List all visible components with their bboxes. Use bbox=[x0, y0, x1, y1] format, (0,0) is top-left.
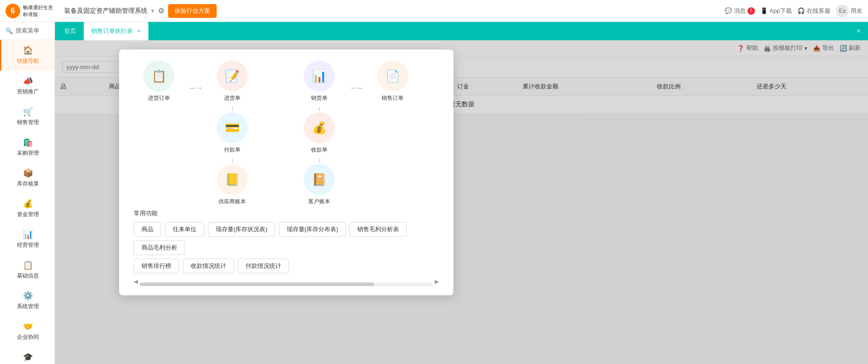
arrow-down-3: ↓ bbox=[207, 156, 257, 164]
marketing-icon: 📣 bbox=[23, 76, 33, 86]
headset-icon: 🎧 bbox=[797, 7, 805, 14]
func-btn-8[interactable]: 付款情况统计 bbox=[238, 259, 289, 273]
arrow-right-1: ····→ bbox=[184, 83, 207, 102]
arrow-left-1: ←···· bbox=[344, 83, 367, 102]
tab-close-icon[interactable]: × bbox=[137, 28, 141, 34]
func-btn-4[interactable]: 销售毛利分析表 bbox=[349, 222, 407, 237]
flow-node-payment-bill[interactable]: 💳 付款单 bbox=[207, 112, 257, 154]
sidebar-item-quick-nav[interactable]: 🏠 快捷导航 bbox=[0, 40, 55, 71]
app-download-button[interactable]: 📱 App下载 bbox=[760, 7, 792, 15]
enterprise-icon: 🤝 bbox=[23, 321, 33, 331]
avatar: Ea bbox=[836, 5, 849, 17]
settings-icon[interactable]: ⚙ bbox=[158, 6, 164, 15]
tab-home[interactable]: 首页 bbox=[57, 22, 84, 40]
flow-node-sales-bill[interactable]: 📊 销货单 bbox=[294, 60, 344, 102]
finance-icon: 💰 bbox=[23, 199, 33, 209]
search-icon: 🔍 bbox=[5, 27, 13, 34]
customer-ledger-icon: 📔 bbox=[304, 164, 335, 195]
tab-bar: 首页 销售订单执行表 × × bbox=[55, 22, 868, 40]
tab-sales-exec[interactable]: 销售订单执行表 × bbox=[84, 22, 148, 40]
scroll-right-arrow[interactable]: ▶ bbox=[435, 278, 439, 285]
sidebar-item-sales[interactable]: 🛒 销售管理 bbox=[0, 101, 55, 132]
flow-node-receipt-bill[interactable]: 💰 收款单 bbox=[294, 112, 344, 154]
sidebar-item-newbie[interactable]: 🎓 新手引导 bbox=[0, 347, 55, 364]
logo-area: 6 畅康通好生意 标准版 bbox=[5, 4, 60, 18]
func-btn-0[interactable]: 商品 bbox=[134, 222, 161, 237]
main-layout: 🔍 搜索菜单 🏠 快捷导航 📣 营销推广 🛒 销售管理 🛍️ 采购管理 📦 库存… bbox=[0, 22, 868, 364]
dropdown-icon[interactable]: ▾ bbox=[151, 7, 154, 14]
sidebar-item-operations[interactable]: 📊 经营管理 bbox=[0, 224, 55, 255]
sidebar-item-inventory[interactable]: 📦 库存核算 bbox=[0, 163, 55, 193]
flow-node-customer-ledger[interactable]: 📔 客户账本 bbox=[294, 164, 344, 206]
flow-node-sales-order[interactable]: 📄 销售订单 bbox=[367, 60, 418, 102]
purchase-bill-icon: 📝 bbox=[217, 60, 248, 92]
func-btns-row1: 商品 往来单位 现存量(库存状况表) 现存量(库存分布表) 销售毛利分析表 商品… bbox=[134, 222, 439, 255]
func-btn-1[interactable]: 往来单位 bbox=[165, 222, 204, 237]
flow-node-purchase-order[interactable]: 📋 进货订单 bbox=[134, 60, 184, 102]
func-btn-3[interactable]: 现存量(库存分布表) bbox=[279, 222, 346, 237]
common-functions-title: 常用功能 bbox=[134, 209, 439, 217]
inventory-icon: 📦 bbox=[23, 168, 33, 178]
arrow-down-4: ↓ bbox=[294, 156, 344, 164]
func-btns-row2: 销售排行榜 收款情况统计 付款情况统计 bbox=[134, 259, 439, 273]
tab-bar-close-button[interactable]: × bbox=[851, 27, 866, 35]
arrow-down-2: ↓ bbox=[294, 104, 344, 112]
popup-box: 📋 进货订单 ····→ 📝 进货单 bbox=[119, 49, 453, 295]
purchase-icon: 🛍️ bbox=[23, 137, 33, 147]
sales-order-icon: 📄 bbox=[377, 60, 408, 92]
sidebar-item-finance[interactable]: 💰 资金管理 bbox=[0, 193, 55, 224]
payment-bill-icon: 💳 bbox=[217, 112, 248, 143]
top-bar-actions: 💬 消息 5 📱 App下载 🎧 在线客服 Ea 用友 bbox=[725, 5, 863, 17]
sales-bill-icon: 📊 bbox=[304, 60, 335, 92]
message-badge: 5 bbox=[748, 7, 755, 15]
sidebar: 🔍 搜索菜单 🏠 快捷导航 📣 营销推广 🛒 销售管理 🛍️ 采购管理 📦 库存… bbox=[0, 22, 55, 364]
logo-text: 畅康通好生意 标准版 bbox=[23, 4, 53, 17]
sidebar-item-marketing[interactable]: 📣 营销推广 bbox=[0, 71, 55, 101]
func-btn-6[interactable]: 销售排行榜 bbox=[134, 259, 179, 273]
sidebar-item-system[interactable]: ⚙️ 系统管理 bbox=[0, 285, 55, 316]
popup-scroll-row: ◀ ▶ bbox=[134, 277, 439, 286]
logo-icon: 6 bbox=[5, 4, 20, 18]
sales-icon: 🛒 bbox=[23, 107, 33, 117]
common-functions: 常用功能 商品 往来单位 现存量(库存状况表) 现存量(库存分布表) 销售毛利分… bbox=[134, 209, 439, 273]
download-icon: 📱 bbox=[760, 7, 768, 14]
newbie-icon: 🎓 bbox=[23, 352, 33, 362]
supplier-ledger-icon: 📒 bbox=[217, 164, 248, 195]
popup-scrollbar[interactable] bbox=[140, 283, 433, 286]
operations-icon: 📊 bbox=[23, 229, 33, 239]
sidebar-item-enterprise[interactable]: 🤝 企业协同 bbox=[0, 316, 55, 347]
system-title: 装备及固定资产辅助管理系统 bbox=[64, 7, 147, 15]
flow-node-purchase-bill[interactable]: 📝 进货单 bbox=[207, 60, 257, 102]
sidebar-item-basic-info[interactable]: 📋 基础信息 bbox=[0, 255, 55, 285]
search-menu[interactable]: 🔍 搜索菜单 bbox=[0, 22, 55, 40]
message-icon: 💬 bbox=[725, 7, 732, 14]
func-btn-2[interactable]: 现存量(库存状况表) bbox=[208, 222, 275, 237]
page-content: ❓ 帮助 🖨️ 按模板打印 ▾ 📤 导出 🔄 刷新 bbox=[55, 40, 868, 364]
purchase-order-icon: 📋 bbox=[143, 60, 175, 92]
flow-node-supplier-ledger[interactable]: 📒 供应商账本 bbox=[207, 164, 257, 206]
experience-button[interactable]: 体验行业方案 bbox=[168, 4, 217, 18]
online-service-button[interactable]: 🎧 在线客服 bbox=[797, 7, 830, 15]
popup-overlay: 📋 进货订单 ····→ 📝 进货单 bbox=[55, 40, 868, 364]
top-bar: 6 畅康通好生意 标准版 装备及固定资产辅助管理系统 ▾ ⚙ 体验行业方案 💬 … bbox=[0, 0, 868, 22]
main-content: 首页 销售订单执行表 × × ❓ 帮助 🖨️ 按模板打印 ▾ bbox=[55, 22, 868, 364]
func-btn-7[interactable]: 收款情况统计 bbox=[183, 259, 234, 273]
user-menu[interactable]: Ea 用友 bbox=[836, 5, 863, 17]
scrollbar-thumb bbox=[140, 283, 374, 286]
home-icon: 🏠 bbox=[23, 45, 33, 55]
func-btn-5[interactable]: 商品毛利分析 bbox=[134, 240, 185, 255]
scroll-left-arrow[interactable]: ◀ bbox=[134, 278, 138, 285]
basic-info-icon: 📋 bbox=[23, 260, 33, 270]
arrow-down-1: ↓ bbox=[207, 104, 257, 112]
system-icon: ⚙️ bbox=[23, 291, 33, 301]
sidebar-item-purchase[interactable]: 🛍️ 采购管理 bbox=[0, 132, 55, 163]
message-button[interactable]: 💬 消息 5 bbox=[725, 7, 755, 15]
receipt-bill-icon: 💰 bbox=[304, 112, 335, 143]
